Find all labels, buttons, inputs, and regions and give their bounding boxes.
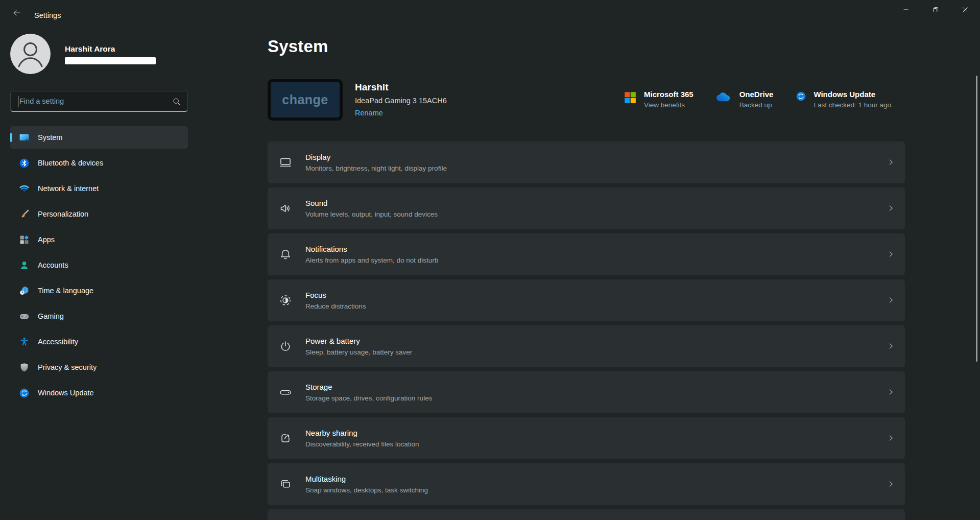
sidebar-item-label: Bluetooth & devices — [38, 159, 103, 167]
back-arrow-icon — [12, 8, 21, 19]
row-subtitle: Volume levels, output, input, sound devi… — [305, 210, 438, 218]
chevron-right-icon — [887, 434, 895, 442]
device-thumbnail-image: change — [271, 82, 340, 117]
status-tiles: Microsoft 365View benefitsOneDriveBacked… — [624, 90, 891, 109]
device-name: Harshit — [355, 82, 447, 93]
bluetooth-icon — [18, 157, 30, 169]
restore-button[interactable] — [921, 0, 950, 20]
tile-title: OneDrive — [739, 90, 774, 99]
apps-icon — [18, 234, 30, 245]
sidebar-nav: SystemBluetooth & devicesNetwork & inter… — [10, 126, 188, 407]
settings-row-partial[interactable] — [268, 509, 905, 520]
row-subtitle: Sleep, battery usage, battery saver — [305, 348, 412, 356]
chevron-right-icon — [887, 388, 895, 396]
row-title: Multitasking — [305, 475, 428, 483]
row-subtitle: Snap windows, desktops, task switching — [305, 486, 428, 494]
tile-title: Windows Update — [814, 90, 891, 99]
gaming-icon — [18, 311, 30, 322]
status-tile-windows-update[interactable]: Windows UpdateLast checked: 1 hour ago — [796, 90, 891, 109]
sidebar-item-label: Privacy & security — [38, 363, 97, 371]
row-title: Display — [305, 153, 447, 161]
chevron-right-icon — [887, 250, 895, 258]
settings-row-multitasking[interactable]: MultitaskingSnap windows, desktops, task… — [268, 463, 905, 505]
privacy-security-icon — [18, 362, 30, 373]
sound-icon — [279, 202, 292, 215]
focus-icon — [279, 294, 292, 307]
device-model: IdeaPad Gaming 3 15ACH6 — [355, 97, 447, 105]
sidebar-item-bluetooth-devices[interactable]: Bluetooth & devices — [10, 152, 188, 174]
display-icon — [279, 156, 292, 169]
row-subtitle: Discoverability, received files location — [305, 440, 419, 448]
chevron-right-icon — [887, 480, 895, 488]
back-button[interactable] — [9, 7, 25, 20]
sidebar-item-apps[interactable]: Apps — [10, 228, 188, 251]
sidebar-item-accounts[interactable]: Accounts — [10, 254, 188, 276]
windows-update-icon — [796, 91, 806, 102]
network-icon — [18, 183, 30, 194]
chevron-right-icon — [887, 158, 895, 166]
search-box — [10, 91, 188, 112]
minimize-button[interactable] — [891, 0, 921, 20]
sidebar-item-windows-update[interactable]: Windows Update — [10, 382, 188, 404]
sidebar-item-time-language[interactable]: Time & language — [10, 279, 188, 302]
sidebar-item-gaming[interactable]: Gaming — [10, 305, 188, 327]
selected-indicator — [10, 133, 12, 142]
notifications-icon — [279, 248, 292, 261]
settings-row-storage[interactable]: StorageStorage space, drives, configurat… — [268, 371, 905, 413]
accounts-icon — [18, 259, 30, 271]
status-tile-onedrive[interactable]: OneDriveBacked up — [716, 90, 774, 109]
sidebar-item-label: Gaming — [38, 312, 64, 320]
avatar — [10, 34, 51, 76]
status-tile-microsoft-365[interactable]: Microsoft 365View benefits — [624, 90, 694, 109]
sidebar-item-label: Accounts — [38, 261, 68, 269]
row-subtitle: Monitors, brightness, night light, displ… — [305, 164, 447, 172]
time-language-icon — [18, 285, 30, 296]
nearby-sharing-icon — [279, 432, 292, 445]
multitasking-icon — [279, 478, 292, 491]
sidebar-item-label: Network & internet — [38, 184, 99, 193]
row-subtitle: Storage space, drives, configuration rul… — [305, 394, 432, 402]
row-title: Sound — [305, 199, 438, 207]
sidebar-item-personalization[interactable]: Personalization — [10, 203, 188, 225]
sidebar-item-label: Accessibility — [38, 338, 78, 346]
microsoft-icon — [624, 91, 637, 104]
tile-title: Microsoft 365 — [644, 90, 694, 99]
settings-row-notifications[interactable]: NotificationsAlerts from apps and system… — [268, 233, 905, 275]
redacted-email — [65, 57, 156, 64]
sidebar-item-network-internet[interactable]: Network & internet — [10, 177, 188, 200]
settings-row-display[interactable]: DisplayMonitors, brightness, night light… — [268, 141, 905, 183]
settings-row-power-battery[interactable]: Power & batterySleep, battery usage, bat… — [268, 325, 905, 367]
search-icon — [172, 97, 181, 108]
chevron-right-icon — [887, 342, 895, 350]
sidebar-item-label: Personalization — [38, 210, 88, 218]
window-title: Settings — [34, 11, 61, 19]
system-icon — [18, 132, 30, 143]
row-title: Focus — [305, 291, 366, 299]
settings-row-focus[interactable]: FocusReduce distractions — [268, 279, 905, 321]
device-thumbnail: change — [268, 79, 343, 121]
settings-row-sound[interactable]: SoundVolume levels, output, input, sound… — [268, 187, 905, 229]
sidebar-item-label: System — [38, 133, 62, 141]
settings-window: Settings Harshit Arora SystemBluetooth &… — [0, 0, 980, 520]
close-button[interactable] — [950, 0, 980, 20]
sidebar-item-accessibility[interactable]: Accessibility — [10, 330, 188, 353]
storage-icon — [279, 386, 292, 399]
sidebar-item-label: Time & language — [38, 287, 93, 295]
accessibility-icon — [18, 336, 30, 347]
device-thumbnail-label: change — [282, 92, 328, 107]
window-controls — [891, 0, 980, 20]
tile-subtitle: View benefits — [644, 101, 694, 109]
row-subtitle: Alerts from apps and system, do not dist… — [305, 256, 438, 264]
sidebar-item-privacy-security[interactable]: Privacy & security — [10, 356, 188, 379]
search-input[interactable] — [11, 91, 187, 111]
windows-update-icon — [18, 387, 30, 398]
onedrive-icon — [716, 91, 732, 102]
rename-link[interactable]: Rename — [355, 109, 383, 117]
settings-row-nearby-sharing[interactable]: Nearby sharingDiscoverability, received … — [268, 417, 905, 459]
close-icon — [962, 7, 968, 14]
device-info: Harshit IdeaPad Gaming 3 15ACH6 Rename — [355, 82, 447, 117]
sidebar-item-system[interactable]: System — [10, 126, 188, 149]
user-profile[interactable]: Harshit Arora — [10, 34, 156, 76]
scrollbar-thumb[interactable] — [976, 76, 977, 362]
power-icon — [279, 340, 292, 353]
